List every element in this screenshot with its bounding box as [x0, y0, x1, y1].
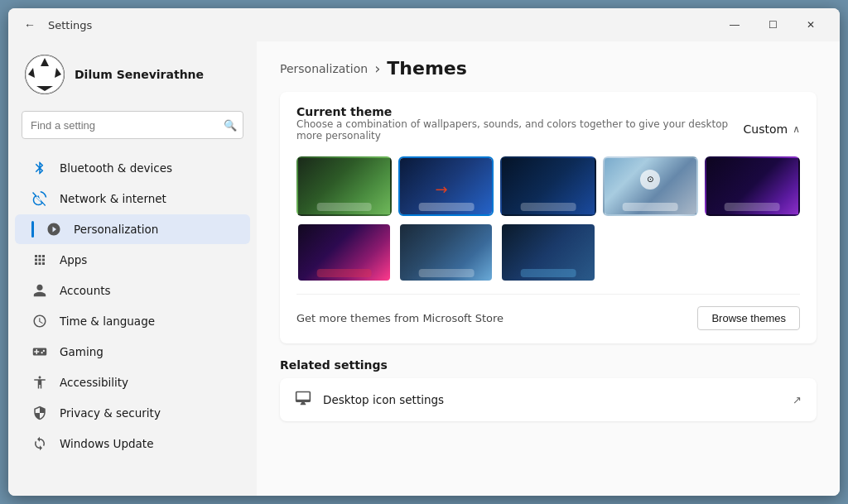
theme-thumbnail-3[interactable] — [500, 156, 595, 216]
taskbar-2 — [418, 203, 474, 211]
content-area: Dilum Senevirathne 🔍 Bluetooth & devices — [8, 41, 840, 496]
sidebar: Dilum Senevirathne 🔍 Bluetooth & devices — [8, 41, 257, 496]
apps-icon — [31, 252, 48, 268]
breadcrumb-current: Themes — [387, 58, 467, 79]
sidebar-label-update: Windows Update — [60, 437, 153, 450]
related-settings-title: Related settings — [280, 358, 817, 372]
window-controls: — ☐ ✕ — [716, 12, 830, 38]
privacy-icon — [31, 405, 48, 421]
search-input[interactable] — [22, 111, 243, 139]
taskbar-1 — [316, 203, 372, 211]
sidebar-item-bluetooth[interactable]: Bluetooth & devices — [15, 153, 250, 183]
taskbar-3 — [521, 203, 576, 211]
sidebar-label-accessibility: Accessibility — [60, 376, 128, 389]
external-link-icon: ↗ — [793, 394, 802, 406]
accounts-icon — [31, 282, 48, 299]
current-theme-desc: Choose a combination of wallpapers, soun… — [296, 118, 744, 142]
bluetooth-icon — [31, 160, 48, 176]
search-box: 🔍 — [22, 111, 243, 139]
taskbar-6 — [316, 269, 372, 277]
chevron-up-icon: ∧ — [793, 123, 800, 135]
close-button[interactable]: ✕ — [792, 12, 830, 38]
taskbar-8 — [521, 269, 576, 277]
sidebar-label-personalization: Personalization — [74, 223, 158, 236]
sidebar-item-update[interactable]: Windows Update — [15, 429, 250, 458]
minimize-button[interactable]: — — [716, 12, 754, 38]
theme-thumbnail-1[interactable] — [296, 156, 392, 216]
sidebar-item-accessibility[interactable]: Accessibility — [15, 367, 250, 397]
browse-text: Get more themes from Microsoft Store — [296, 312, 504, 324]
active-indicator — [31, 221, 34, 238]
current-theme-header: Current theme Choose a combination of wa… — [296, 105, 800, 153]
theme-thumbnail-7[interactable] — [398, 223, 494, 282]
personalization-icon — [46, 221, 62, 238]
main-content: Personalization › Themes Current theme C… — [257, 41, 840, 496]
breadcrumb: Personalization › Themes — [280, 58, 817, 79]
sidebar-label-network: Network & internet — [60, 192, 166, 205]
breadcrumb-separator: › — [374, 60, 380, 77]
theme-thumbnail-6[interactable] — [296, 223, 392, 282]
current-theme-title: Current theme — [296, 105, 744, 118]
titlebar: ← Settings — ☐ ✕ — [8, 8, 840, 41]
browse-themes-button[interactable]: Browse themes — [697, 306, 800, 330]
window-title: Settings — [48, 19, 92, 31]
sidebar-item-personalization[interactable]: Personalization — [15, 214, 250, 244]
breadcrumb-parent: Personalization — [280, 62, 368, 75]
arrow-icon: → — [435, 180, 447, 198]
taskbar-4 — [623, 203, 678, 211]
sidebar-label-bluetooth: Bluetooth & devices — [60, 161, 172, 175]
search-icon: 🔍 — [224, 119, 237, 132]
nav-items: Bluetooth & devices Network & internet P… — [8, 149, 257, 496]
theme-thumbnail-5[interactable] — [705, 156, 800, 216]
sidebar-label-privacy: Privacy & security — [60, 406, 161, 420]
theme-toggle[interactable]: Custom ∧ — [744, 122, 800, 136]
theme-thumbnail-4[interactable]: ⊙ — [603, 156, 698, 216]
time-icon — [31, 313, 48, 329]
sidebar-item-privacy[interactable]: Privacy & security — [15, 398, 250, 428]
sidebar-item-network[interactable]: Network & internet — [15, 184, 250, 214]
theme-thumbnail-8[interactable] — [500, 223, 595, 282]
gaming-icon — [31, 343, 48, 360]
maximize-button[interactable]: ☐ — [754, 12, 792, 38]
desktop-icon-settings-label: Desktop icon settings — [323, 393, 781, 406]
browse-row: Get more themes from Microsoft Store Bro… — [296, 294, 800, 330]
sidebar-label-time: Time & language — [60, 314, 155, 328]
theme-value: Custom — [744, 122, 788, 136]
current-theme-card: Current theme Choose a combination of wa… — [280, 92, 817, 343]
user-profile: Dilum Senevirathne — [8, 41, 257, 108]
sidebar-label-accounts: Accounts — [60, 284, 111, 297]
desktop-icon-settings-item[interactable]: Desktop icon settings ↗ — [280, 378, 817, 421]
taskbar-7 — [418, 269, 474, 277]
sidebar-label-gaming: Gaming — [60, 345, 104, 358]
themes-grid: → ⊙ — [296, 156, 800, 282]
back-button[interactable]: ← — [18, 13, 41, 36]
sidebar-label-apps: Apps — [60, 253, 87, 266]
theme-thumbnail-2[interactable]: → — [398, 156, 494, 216]
username: Dilum Senevirathne — [75, 68, 204, 81]
settings-window: ← Settings — ☐ ✕ — [8, 8, 840, 496]
current-theme-info: Current theme Choose a combination of wa… — [296, 105, 744, 153]
sidebar-item-accounts[interactable]: Accounts — [15, 276, 250, 305]
update-icon — [31, 435, 48, 452]
network-icon — [31, 190, 48, 207]
taskbar-5 — [725, 203, 780, 211]
sidebar-item-gaming[interactable]: Gaming — [15, 337, 250, 367]
sidebar-item-time[interactable]: Time & language — [15, 306, 250, 336]
sidebar-item-apps[interactable]: Apps — [15, 245, 250, 275]
accessibility-icon — [31, 374, 48, 391]
avatar — [25, 55, 65, 94]
desktop-icon — [295, 390, 311, 410]
